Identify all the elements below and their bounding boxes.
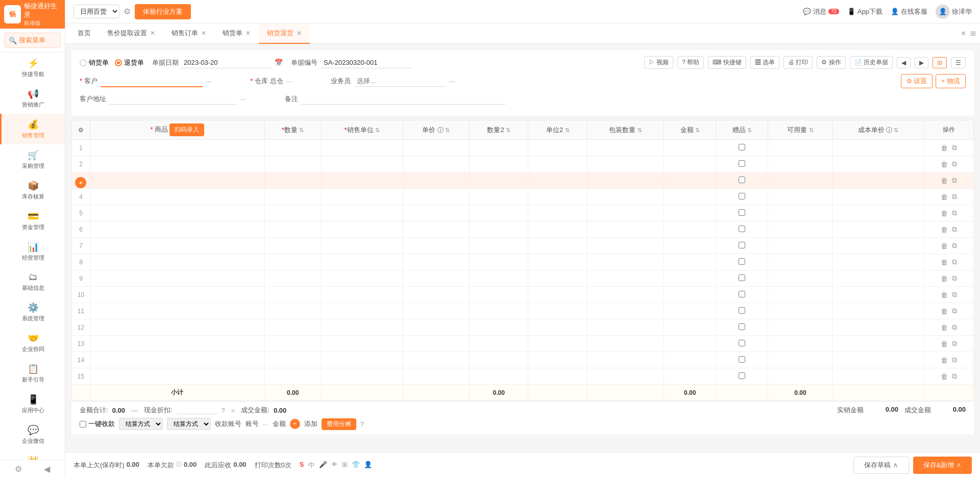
sidebar-item-kuaijie[interactable]: ⚡ 快捷导航 <box>0 53 65 83</box>
tab-sales-return[interactable]: 销货退货 ✕ <box>259 23 310 44</box>
amount-cell-active[interactable] <box>664 172 716 189</box>
sidebar-item-xitong[interactable]: ⚙️ 系统管理 <box>0 297 65 328</box>
delete-row-btn[interactable]: 🗑 <box>940 289 949 300</box>
sidebar-item-kucun[interactable]: 📦 库存核算 <box>0 175 65 206</box>
gift-checkbox[interactable] <box>739 160 745 167</box>
unit-cell[interactable] <box>322 156 403 172</box>
tab-sales-bill[interactable]: 销货单 ✕ <box>214 23 259 44</box>
sidebar-item-yingyong[interactable]: 📱 应用中心 <box>0 389 65 419</box>
delete-row-btn[interactable]: 🗑 <box>940 338 949 349</box>
amount-cell[interactable] <box>664 156 716 172</box>
delete-row-btn[interactable]: 🗑 <box>940 240 949 251</box>
pack-qty-cell[interactable] <box>587 156 664 172</box>
online-service-btn[interactable]: 👤 在线客服 <box>891 7 927 16</box>
gift-cell[interactable] <box>716 140 768 156</box>
sidebar-item-xinshouyindao[interactable]: 📋 新手引导 <box>0 358 65 389</box>
order-no-input[interactable] <box>321 57 412 68</box>
product-input[interactable] <box>94 177 260 184</box>
gift-checkbox[interactable] <box>739 209 745 216</box>
collapse-button[interactable]: ◀ <box>44 464 50 474</box>
cost-price-cell[interactable] <box>832 140 923 156</box>
qty-cell[interactable] <box>264 156 322 172</box>
unit-cell[interactable] <box>322 140 403 156</box>
product-cell-active[interactable] <box>90 172 265 189</box>
copy-row-btn[interactable]: ⧉ <box>951 240 958 251</box>
list-view-btn[interactable]: ☰ <box>951 57 966 68</box>
gift-checkbox[interactable] <box>739 144 745 150</box>
radio-xiaohuo[interactable]: 销货单 <box>80 58 109 67</box>
tool-eye-icon[interactable]: 👁 <box>331 461 338 470</box>
sidebar-item-caigou[interactable]: 🛒 采购管理 <box>0 144 65 175</box>
user-avatar[interactable]: 👤 徐泽华 <box>936 5 972 19</box>
delete-row-btn[interactable]: 🗑 <box>940 322 949 333</box>
delete-row-btn[interactable]: 🗑 <box>940 224 949 235</box>
address-input[interactable] <box>109 93 237 105</box>
sidebar-item-changhyuanr[interactable]: 👑 畅会员 <box>0 450 65 460</box>
tab-price-extract[interactable]: 售价提取设置 ✕ <box>99 23 163 44</box>
gift-cell-active[interactable] <box>716 172 768 189</box>
copy-row-btn[interactable]: ⧉ <box>951 355 958 365</box>
tab-close-sales-return[interactable]: ✕ <box>297 30 302 37</box>
delete-row-btn[interactable]: 🗑 <box>940 191 949 202</box>
tab-close-sales-bill[interactable]: ✕ <box>246 30 251 37</box>
amount-cell[interactable] <box>664 140 716 156</box>
tool-grid-icon[interactable]: ⊞ <box>342 461 348 470</box>
tab-home[interactable]: 首页 <box>69 23 99 44</box>
cost-price-cell[interactable] <box>832 156 923 172</box>
search-menu-button[interactable]: 🔍 搜索菜单 <box>4 33 61 48</box>
gift-checkbox[interactable] <box>739 274 745 281</box>
date-input[interactable] <box>181 57 273 68</box>
tool-person-icon[interactable]: 👤 <box>364 461 372 470</box>
remark-input[interactable] <box>301 93 505 105</box>
delete-row-btn[interactable]: 🗑 <box>940 208 949 218</box>
sidebar-item-zijin[interactable]: 💳 资金管理 <box>0 206 65 236</box>
available-cell[interactable] <box>768 156 832 172</box>
gift-checkbox[interactable] <box>739 356 745 363</box>
tab-close-all-icon[interactable]: ✕ <box>961 30 966 37</box>
settlement-method-select[interactable]: 结算方式 <box>119 418 163 430</box>
tab-close-sales-order[interactable]: ✕ <box>201 30 206 37</box>
gift-checkbox[interactable] <box>739 340 745 346</box>
one-click-collect-checkbox[interactable]: 一键收款 <box>80 419 115 429</box>
cost-price-cell-active[interactable] <box>832 172 923 189</box>
copy-row-btn[interactable]: ⧉ <box>951 142 958 153</box>
unit2-cell[interactable] <box>528 140 587 156</box>
save-draft-btn[interactable]: 保存草稿 ∧ <box>853 457 909 474</box>
gift-checkbox-active[interactable] <box>739 177 745 183</box>
sidebar-item-qiyexietong[interactable]: 🤝 企业协同 <box>0 328 65 358</box>
th-settings[interactable]: ⚙ <box>72 120 90 140</box>
customer-input[interactable] <box>101 76 203 87</box>
operation-btn[interactable]: ⚙ 操作 <box>817 56 845 69</box>
fee-split-btn[interactable]: 费用分摊 <box>322 418 356 430</box>
calc-method-select[interactable]: 结算方式 <box>167 418 211 430</box>
delete-row-btn[interactable]: 🗑 <box>940 175 949 186</box>
logistics-btn[interactable]: + 物流 <box>936 74 966 88</box>
sidebar-item-qiyeweixin[interactable]: 💬 企业微信 <box>0 419 65 450</box>
qty2-cell[interactable] <box>469 140 528 156</box>
qty2-cell-active[interactable] <box>469 172 528 189</box>
copy-row-btn[interactable]: ⧉ <box>951 306 958 316</box>
topbar-gear-icon[interactable]: ⚙ <box>124 7 131 16</box>
prev-bill-btn[interactable]: ◀ <box>897 57 911 68</box>
pack-qty-cell[interactable] <box>587 140 664 156</box>
pack-qty-cell-active[interactable] <box>587 172 664 189</box>
radio-tuihuo[interactable]: 退货单 <box>115 58 144 67</box>
gift-checkbox[interactable] <box>739 242 745 248</box>
price-cell[interactable] <box>403 140 469 156</box>
price-cell-active[interactable] <box>403 172 469 189</box>
sidebar-item-jingying[interactable]: 📊 经营管理 <box>0 236 65 267</box>
qty-cell-active[interactable] <box>264 172 322 189</box>
add-payment-btn[interactable]: + <box>290 419 300 429</box>
unit-cell-active[interactable] <box>322 172 403 189</box>
save-new-btn[interactable]: 保存&新增 ∧ <box>913 457 972 474</box>
gift-checkbox[interactable] <box>739 307 745 314</box>
address-dots-btn[interactable]: ··· <box>240 95 246 103</box>
gift-checkbox[interactable] <box>739 225 745 232</box>
copy-row-btn[interactable]: ⧉ <box>951 289 958 300</box>
discount-input[interactable] <box>177 406 217 414</box>
app-download-btn[interactable]: 📱 App下载 <box>847 7 883 16</box>
gift-checkbox[interactable] <box>739 372 745 379</box>
video-btn[interactable]: ▷ 视频 <box>644 56 673 69</box>
select-bill-btn[interactable]: ☰ 选单 <box>750 56 779 69</box>
delete-row-btn[interactable]: 🗑 <box>940 142 949 153</box>
